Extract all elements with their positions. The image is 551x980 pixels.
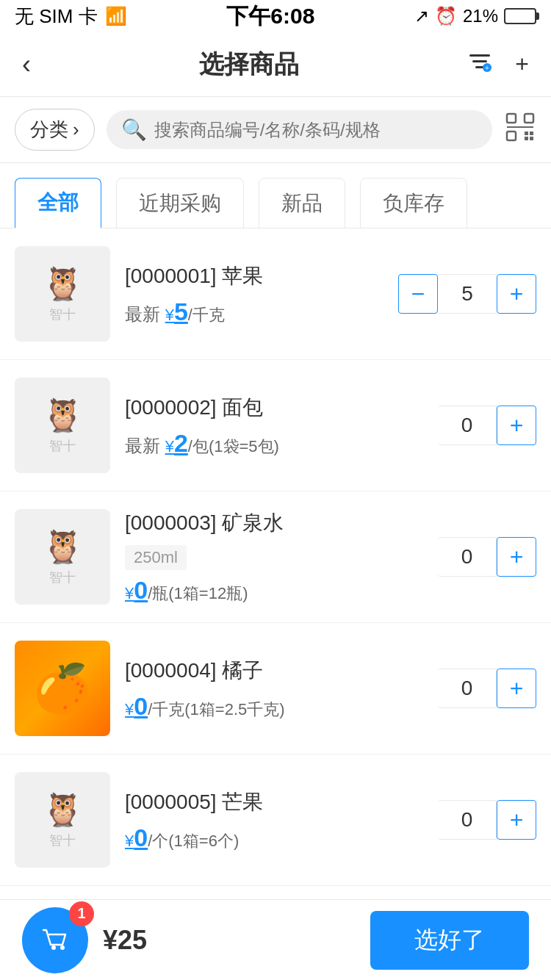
price-currency: ¥ [125, 584, 134, 602]
product-image-bread: 🦉 智十 [15, 378, 110, 473]
status-right: ↗ ⏰ 21% [414, 6, 536, 26]
product-info: [0000002] 面包 最新 ¥2/包(1袋=5包) [125, 394, 423, 458]
qty-input[interactable] [438, 669, 497, 708]
search-input[interactable] [154, 120, 478, 140]
tab-recent[interactable]: 近期采购 [116, 178, 244, 228]
product-item: 🦉 智十 [0000005] 芒果 ¥0/个(1箱=6个) + [0, 754, 551, 886]
product-name: [0000004] 橘子 [125, 657, 423, 685]
svg-rect-6 [525, 114, 533, 123]
placeholder-owl-text: 智十 [49, 437, 76, 455]
svg-rect-7 [507, 131, 516, 140]
bottom-bar: 1 ¥25 选好了 [0, 899, 551, 980]
placeholder-owl-icon: 🦉 [43, 527, 83, 566]
cart-wrapper: 1 [22, 907, 88, 973]
product-name: [0000001] 苹果 [125, 262, 383, 290]
search-box: 🔍 [107, 110, 492, 149]
placeholder-owl-text: 智十 [49, 832, 76, 849]
tabs-bar: 全部 近期采购 新品 负库存 [0, 163, 551, 228]
product-info: [0000001] 苹果 最新 ¥5/千克 [125, 262, 383, 326]
svg-rect-12 [530, 137, 533, 140]
confirm-button[interactable]: 选好了 [370, 911, 529, 970]
price-unit: /千克(1箱=2.5千克) [148, 700, 284, 718]
price-currency: ¥ [125, 832, 134, 850]
qty-plus-button[interactable]: + [497, 800, 536, 840]
price-value: 0 [134, 824, 148, 851]
svg-rect-9 [525, 131, 528, 135]
tab-negative[interactable]: 负库存 [360, 178, 467, 228]
product-image-apple: 🦉 智十 [15, 246, 110, 342]
price-value: 0 [134, 576, 148, 604]
back-button[interactable]: ‹ [22, 49, 31, 80]
qty-minus-button[interactable]: − [398, 274, 438, 314]
price-value: 0 [134, 692, 148, 720]
product-item: 🦉 智十 [0000002] 面包 最新 ¥2/包(1袋=5包) + [0, 360, 551, 491]
product-image-mango: 🦉 智十 [15, 772, 110, 868]
product-price: ¥0/个(1箱=6个) [125, 824, 423, 852]
qty-plus-button[interactable]: + [497, 274, 536, 314]
qty-control: + [438, 669, 536, 708]
filter-bar: 分类 › 🔍 [0, 97, 551, 163]
price-label: 最新 [125, 436, 165, 455]
product-price: ¥0/瓶(1箱=12瓶) [125, 576, 423, 605]
qty-control: + [438, 406, 536, 445]
wifi-icon: 📶 [105, 6, 127, 26]
price-value: 2 [174, 429, 188, 457]
category-button[interactable]: 分类 › [15, 109, 95, 151]
price-label: 最新 [125, 304, 165, 324]
price-value: 5 [174, 298, 188, 325]
add-button[interactable]: + [515, 51, 529, 78]
page-title: 选择商品 [199, 48, 299, 82]
svg-text:+: + [485, 64, 489, 72]
product-image-orange: 🍊 [15, 641, 110, 736]
search-icon: 🔍 [121, 118, 147, 142]
qty-input[interactable] [438, 406, 497, 445]
nav-bar: ‹ 选择商品 + + [0, 32, 551, 97]
svg-rect-5 [507, 114, 516, 123]
location-icon: ↗ [414, 6, 429, 26]
product-name: [0000003] 矿泉水 [125, 509, 423, 537]
product-image-water: 🦉 智十 [15, 509, 110, 605]
product-list: 🦉 智十 [0000001] 苹果 最新 ¥5/千克 − + 🦉 智十 [000… [0, 228, 551, 980]
qty-input[interactable] [438, 537, 497, 577]
chevron-right-icon: › [73, 118, 79, 141]
placeholder-owl-text: 智十 [49, 569, 76, 586]
svg-rect-11 [525, 137, 528, 140]
product-name: [0000002] 面包 [125, 394, 423, 422]
placeholder-owl-icon: 🦉 [43, 396, 83, 434]
alarm-icon: ⏰ [435, 6, 457, 26]
qty-plus-button[interactable]: + [497, 537, 536, 577]
scan-icon[interactable] [504, 111, 536, 149]
tab-new[interactable]: 新品 [259, 178, 345, 228]
status-bar: 无 SIM 卡 📶 下午6:08 ↗ ⏰ 21% [0, 0, 551, 32]
qty-input[interactable] [438, 800, 497, 840]
price-currency: ¥ [165, 437, 174, 455]
placeholder-owl-icon: 🦉 [43, 790, 83, 829]
qty-input[interactable] [438, 274, 497, 314]
qty-control: − + [398, 274, 536, 314]
cart-badge: 1 [69, 901, 94, 926]
qty-plus-button[interactable]: + [497, 669, 536, 708]
svg-point-14 [60, 945, 65, 950]
status-time: 下午6:08 [226, 1, 314, 32]
filter-icon[interactable]: + [467, 48, 493, 81]
price-currency: ¥ [165, 306, 174, 324]
svg-rect-1 [472, 60, 487, 62]
product-price: 最新 ¥2/包(1袋=5包) [125, 429, 423, 458]
product-price: ¥0/千克(1箱=2.5千克) [125, 692, 423, 721]
cart-total: ¥25 [103, 925, 356, 956]
placeholder-owl-icon: 🦉 [43, 264, 83, 303]
svg-rect-0 [469, 54, 490, 57]
svg-rect-10 [530, 131, 533, 135]
product-info: [0000005] 芒果 ¥0/个(1箱=6个) [125, 788, 423, 852]
price-unit: /包(1袋=5包) [188, 437, 279, 455]
tab-all[interactable]: 全部 [15, 178, 101, 228]
qty-control: + [438, 537, 536, 577]
price-unit: /个(1箱=6个) [148, 832, 239, 850]
svg-point-13 [51, 945, 56, 950]
qty-plus-button[interactable]: + [497, 406, 536, 445]
product-price: 最新 ¥5/千克 [125, 298, 383, 326]
category-label: 分类 [30, 117, 68, 143]
placeholder-owl-text: 智十 [49, 306, 76, 323]
battery-percent: 21% [463, 6, 498, 26]
product-item: 🦉 智十 [0000001] 苹果 最新 ¥5/千克 − + [0, 228, 551, 360]
